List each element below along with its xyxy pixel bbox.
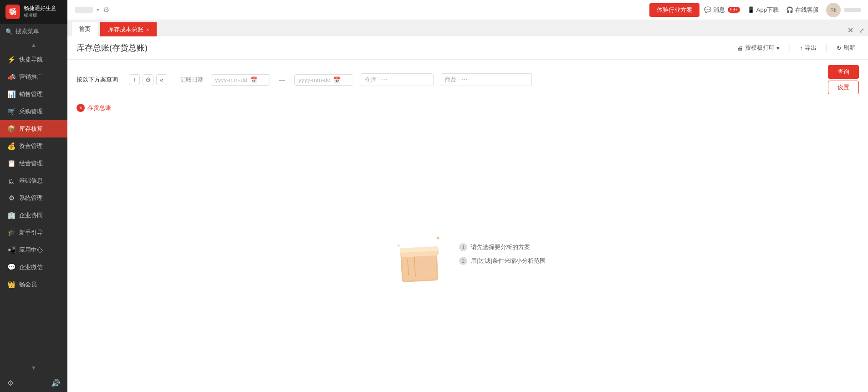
quick-nav-icon: ⚡	[7, 56, 15, 64]
search-label: 搜索菜单	[15, 27, 39, 36]
tab-close-icon[interactable]: ×	[146, 27, 149, 32]
sidebar-item-app-center[interactable]: 📲 应用中心	[0, 241, 67, 259]
chevron-down-icon[interactable]: ▾	[97, 7, 99, 13]
sidebar-nav: ⚡ 快捷导航 📣 营销推广 📊 销售管理 🛒 采购管理 📦 库存核算 💰 资金管…	[0, 51, 67, 362]
message-label: 消息	[713, 6, 725, 14]
user-avatar: Rit	[826, 3, 841, 17]
sidebar-item-operations[interactable]: 📋 经营管理	[0, 155, 67, 172]
scroll-down-icon[interactable]: ▼	[29, 363, 38, 373]
topbar-right: 💬 消息 99+ 📱 App下载 🎧 在线客服 Rit	[704, 3, 861, 17]
goods-filter[interactable]: 商品 ···	[441, 73, 532, 86]
empty-svg: ✦ ✦	[390, 227, 449, 286]
plus-icon: +	[133, 76, 136, 83]
export-label: 导出	[805, 44, 817, 52]
close-panel-icon[interactable]: ✕	[844, 24, 857, 36]
sidebar-item-marketing[interactable]: 📣 营销推广	[0, 68, 67, 86]
scheme-area: ↻ 存货总账	[67, 100, 868, 116]
goods-more-icon[interactable]: ···	[460, 76, 469, 84]
filter-settings-button[interactable]: ⚙	[143, 74, 153, 85]
sidebar-item-label: 系统管理	[19, 194, 43, 202]
sidebar-item-onboarding[interactable]: 🎓 新手引导	[0, 224, 67, 241]
refresh-icon: ↻	[837, 45, 842, 51]
breadcrumb	[75, 7, 93, 13]
online-service-button[interactable]: 🎧 在线客服	[786, 6, 819, 14]
app-download-button[interactable]: 📱 App下载	[747, 6, 779, 14]
sidebar-item-label: 库存核算	[19, 125, 43, 133]
app-badge: 标准版	[24, 12, 56, 19]
app-center-icon: 📲	[7, 246, 15, 254]
date-start-input[interactable]: yyyy-mm-dd 📅	[211, 74, 270, 86]
app-download-label: App下载	[756, 6, 779, 14]
svg-text:↻: ↻	[79, 106, 82, 110]
date-end-placeholder: yyyy-mm-dd	[298, 76, 331, 83]
page-title: 库存总账(存货总账)	[77, 42, 148, 53]
scroll-up-icon[interactable]: ▲	[29, 40, 38, 50]
action-divider-2: |	[826, 44, 827, 52]
sidebar-item-member[interactable]: 👑 畅会员	[0, 276, 67, 293]
page-content: 库存总账(存货总账) 🖨 按模板打印 ▾ | ↑ 导出 | ↻ 刷新	[67, 36, 868, 392]
sidebar-item-sales[interactable]: 📊 销售管理	[0, 86, 67, 103]
user-name-text: Rit	[830, 7, 836, 13]
system-icon: ⚙	[7, 194, 15, 202]
calendar-icon: 📅	[250, 76, 257, 83]
sidebar-item-label: 经营管理	[19, 159, 43, 168]
export-button[interactable]: ↑ 导出	[796, 42, 820, 54]
svg-text:✦: ✦	[435, 234, 441, 242]
sidebar-item-label: 营销推广	[19, 73, 43, 81]
filter-add-button[interactable]: +	[129, 74, 140, 85]
print-chevron-icon: ▾	[776, 45, 780, 51]
topbar: ▾ ⚙ 体验行业方案 💬 消息 99+ 📱 App下载 🎧 在线客服 Rit	[67, 0, 868, 20]
sidebar-item-wechat[interactable]: 💬 企业微信	[0, 259, 67, 276]
home-tab-label: 首页	[79, 25, 91, 32]
sidebar-item-system[interactable]: ⚙ 系统管理	[0, 189, 67, 207]
sidebar-item-label: 销售管理	[19, 90, 43, 98]
message-icon: 💬	[704, 6, 711, 13]
filter-collapse-button[interactable]: «	[156, 74, 167, 85]
sidebar-item-label: 新手引导	[19, 229, 43, 237]
sidebar-item-finance[interactable]: 💰 资金管理	[0, 137, 67, 155]
tab-inventory-ledger[interactable]: 库存成本总账 ×	[100, 22, 157, 36]
tab-home[interactable]: 首页	[71, 22, 98, 36]
sidebar-item-label: 应用中心	[19, 246, 43, 254]
inventory-icon: 📦	[7, 125, 15, 133]
print-template-button[interactable]: 🖨 按模板打印 ▾	[734, 42, 783, 54]
hint-item-1: 1 请先选择要分析的方案	[459, 243, 545, 251]
sidebar-item-enterprise[interactable]: 🏢 企业协同	[0, 207, 67, 224]
hint-text-1: 请先选择要分析的方案	[471, 243, 530, 251]
expand-icon[interactable]: ⤢	[859, 27, 864, 34]
enterprise-icon: 🏢	[7, 211, 15, 219]
search-menu[interactable]: 🔍 搜索菜单	[0, 24, 67, 39]
sidebar-item-inventory[interactable]: 📦 库存核算	[0, 120, 67, 137]
bottom-settings-icon[interactable]: ⚙	[7, 379, 14, 387]
sidebar-item-quick-nav[interactable]: ⚡ 快捷导航	[0, 51, 67, 68]
onboarding-icon: 🎓	[7, 229, 15, 237]
empty-state: ✦ ✦ 1 请先选择要分析的方案 2 用[过滤]条件来缩小分析范围	[67, 116, 868, 392]
print-label: 按模板打印	[745, 44, 775, 52]
trial-button[interactable]: 体验行业方案	[649, 3, 700, 17]
wechat-icon: 💬	[7, 263, 15, 271]
sidebar-item-label: 快捷导航	[19, 56, 43, 64]
bottom-audio-icon[interactable]: 🔊	[51, 379, 60, 387]
hint-num-2: 2	[459, 257, 467, 265]
online-service-label: 在线客服	[795, 6, 819, 14]
filter-area: 按以下方案查询 + ⚙ « 记账日期 yyyy-mm-dd 📅	[67, 60, 868, 100]
sidebar-item-label: 企业微信	[19, 263, 43, 271]
warehouse-more-icon[interactable]: ···	[379, 76, 389, 84]
query-button[interactable]: 查询	[828, 65, 859, 79]
main-area: ▾ ⚙ 体验行业方案 💬 消息 99+ 📱 App下载 🎧 在线客服 Rit	[67, 0, 868, 392]
refresh-button[interactable]: ↻ 刷新	[833, 42, 859, 54]
sidebar-item-purchase[interactable]: 🛒 采购管理	[0, 103, 67, 120]
active-tab-label: 库存成本总账	[108, 25, 143, 34]
user-menu[interactable]: Rit	[826, 3, 861, 17]
message-button[interactable]: 💬 消息 99+	[704, 6, 740, 14]
base-info-icon: 🗂	[7, 177, 15, 185]
date-end-input[interactable]: yyyy-mm-dd 📅	[294, 74, 353, 86]
topbar-gear-icon[interactable]: ⚙	[103, 5, 109, 14]
settings-button[interactable]: 设置	[828, 81, 859, 94]
sidebar-item-base-info[interactable]: 🗂 基础信息	[0, 172, 67, 189]
hint-text-2: 用[过滤]条件来缩小分析范围	[471, 257, 545, 265]
sidebar-logo: 畅 畅捷通好生意 标准版	[0, 0, 67, 24]
marketing-icon: 📣	[7, 73, 15, 81]
warehouse-filter[interactable]: 仓库 ···	[361, 73, 434, 86]
scheme-item-inventory[interactable]: ↻ 存货总账	[77, 104, 111, 112]
